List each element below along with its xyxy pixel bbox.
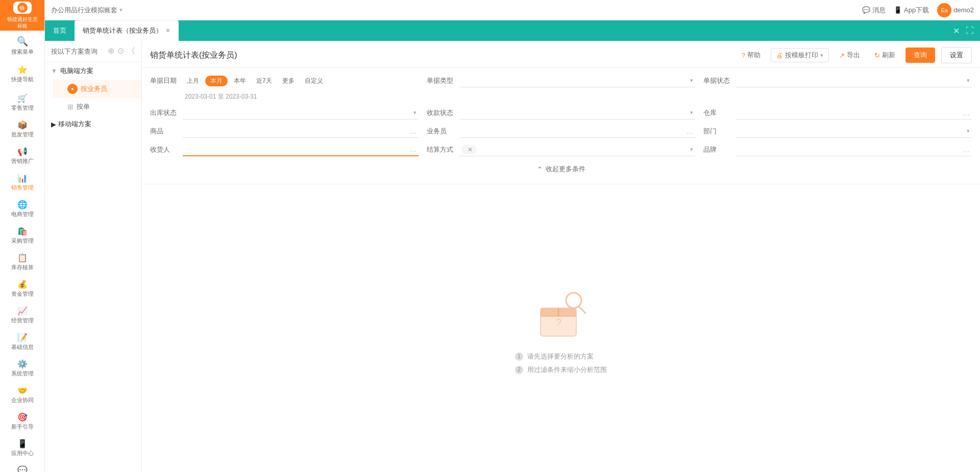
sidebar-item-purchase[interactable]: 🛍️ 采购管理 <box>0 222 44 249</box>
goods-dots-icon: … <box>409 127 416 135</box>
sidebar-item-inventory[interactable]: 📋 库存核算 <box>0 249 44 275</box>
user-avatar: Ea <box>937 3 951 17</box>
receiver-dots-icon: … <box>409 145 416 153</box>
sidebar-item-operations[interactable]: 📈 经营管理 <box>0 302 44 328</box>
date-last-7-days[interactable]: 近7天 <box>252 76 276 86</box>
sidebar-item-label: 营销推广 <box>11 157 34 165</box>
svg-text:?: ? <box>556 317 561 328</box>
message-label: 消息 <box>872 6 886 15</box>
company-dropdown[interactable]: 办公用品行业模拟账套 ▾ <box>51 6 122 15</box>
template-print-button[interactable]: 🖨 按模板打印 ▾ <box>771 48 829 62</box>
receipt-status-arrow-icon: ▾ <box>690 109 693 116</box>
doc-type-arrow-icon: ▾ <box>690 77 693 84</box>
sidebar-item-label: 资金管理 <box>11 290 34 298</box>
warehouse-input[interactable]: … <box>736 106 972 120</box>
export-icon: ↗ <box>839 52 845 59</box>
department-input[interactable]: ▾ <box>736 125 972 138</box>
receiver-input[interactable]: … <box>183 143 419 156</box>
sidebar-item-finance[interactable]: 💰 资金管理 <box>0 275 44 302</box>
date-last-month[interactable]: 上月 <box>183 76 203 86</box>
edit-scheme-button[interactable]: ⊙ <box>117 46 124 57</box>
help-button[interactable]: ? 帮助 <box>738 49 765 62</box>
refresh-button[interactable]: ↻ 刷新 <box>870 49 899 62</box>
sidebar-item-marketing[interactable]: 📢 营销推广 <box>0 143 44 169</box>
settings-button[interactable]: 设置 <box>941 47 972 63</box>
tip-text-2: 用过滤条件来缩小分析范围 <box>527 365 607 374</box>
purchase-icon: 🛍️ <box>17 226 28 236</box>
query-button[interactable]: 查询 <box>905 48 935 63</box>
settlement-filter-row: 结算方式 ✕ ▾ <box>427 143 695 156</box>
tab-sales-stat[interactable]: 销货单统计表（按业务员） ✕ <box>75 20 179 41</box>
maximize-window-button[interactable]: ⛶ <box>964 24 976 37</box>
settlement-arrow-icon[interactable]: ▾ <box>690 146 693 153</box>
collapse-filter-button[interactable]: ⌃ 收起更多条件 <box>150 160 972 178</box>
add-scheme-button[interactable]: ⊕ <box>108 46 114 57</box>
sidebar-item-search[interactable]: 🔍 搜索菜单 <box>0 31 44 61</box>
page-title: 销货单统计表(按业务员) <box>150 50 237 61</box>
out-status-input[interactable]: ▾ <box>183 106 419 120</box>
goods-input[interactable]: … <box>183 125 419 138</box>
mobile-schemes-group: ▶ 移动端方案 <box>45 115 141 133</box>
svg-point-6 <box>566 293 581 308</box>
close-window-button[interactable]: ✕ <box>951 24 962 38</box>
collapse-label: 收起更多条件 <box>546 164 585 174</box>
download-icon: 📱 <box>894 6 902 14</box>
sidebar-item-system[interactable]: ⚙️ 系统管理 <box>0 355 44 382</box>
doc-status-input[interactable]: ▾ <box>736 74 972 87</box>
out-status-arrow-icon: ▾ <box>413 109 416 116</box>
sidebar-item-label: 经营管理 <box>11 317 34 324</box>
collapse-panel-button[interactable]: 《 <box>127 46 135 57</box>
left-panel-header: 按以下方案查询 ⊕ ⊙ 《 <box>45 41 141 62</box>
date-this-year[interactable]: 本年 <box>230 76 250 86</box>
sidebar-item-basic[interactable]: 📝 基础信息 <box>0 328 44 355</box>
date-this-month[interactable]: 本月 <box>205 76 228 86</box>
dropdown-arrow-icon: ▾ <box>119 7 122 13</box>
sidebar-item-shortcut[interactable]: ⭐ 快捷导航 <box>0 61 44 87</box>
receipt-status-input[interactable]: ▾ <box>459 106 695 120</box>
svg-line-7 <box>579 306 585 313</box>
scheme-salesperson[interactable]: ● 按业务员 <box>53 80 141 98</box>
right-panel: 销货单统计表(按业务员) ? 帮助 🖨 按模板打印 ▾ ↗ 导出 <box>142 41 980 472</box>
brand-label: 品牌 <box>703 145 732 154</box>
message-icon: 💬 <box>862 6 870 14</box>
sidebar-item-label: 快捷导航 <box>11 76 34 83</box>
date-more[interactable]: 更多 <box>278 76 299 86</box>
export-button[interactable]: ↗ 导出 <box>835 49 864 62</box>
department-filter-row: 部门 ▾ <box>703 125 972 138</box>
operations-icon: 📈 <box>17 306 28 316</box>
doc-type-input[interactable]: ▾ <box>459 74 695 87</box>
brand-dots-icon: … <box>963 146 970 154</box>
inventory-icon: 📋 <box>17 253 28 263</box>
sidebar-item-retail[interactable]: 🛒 零售管理 <box>0 89 44 116</box>
app-download-button[interactable]: 📱 App下载 <box>894 6 929 15</box>
sidebar-item-ecommerce[interactable]: 🌐 电商管理 <box>0 196 44 222</box>
sidebar-item-enterprise[interactable]: 🤝 企业协同 <box>0 382 44 408</box>
sidebar-item-newbie[interactable]: 🎯 新手引导 <box>0 408 44 435</box>
department-label: 部门 <box>703 127 732 136</box>
sidebar-item-label: 企业协同 <box>11 396 34 404</box>
sidebar-item-sales[interactable]: 📊 销售管理 <box>0 169 44 196</box>
desktop-group-item[interactable]: ▼ 电脑端方案 <box>45 62 141 80</box>
scheme-by-order[interactable]: ⊞ 按单 <box>53 98 141 115</box>
mobile-group-item[interactable]: ▶ 移动端方案 <box>45 115 141 133</box>
message-button[interactable]: 💬 消息 <box>862 6 886 15</box>
sidebar-item-wechat[interactable]: 💬 企业微信 <box>0 461 44 472</box>
scheme-actions: ⊕ ⊙ 《 <box>108 46 135 57</box>
salesperson-input[interactable]: … <box>459 125 695 138</box>
sidebar-item-wholesale[interactable]: 📦 批发管理 <box>0 116 44 143</box>
salesperson-dots-icon: … <box>686 127 693 135</box>
sidebar-item-apps[interactable]: 📱 应用中心 <box>0 435 44 461</box>
brand-input[interactable]: … <box>736 143 972 156</box>
app-subtitle: 标账 <box>17 22 28 30</box>
content-area: 按以下方案查询 ⊕ ⊙ 《 ▼ 电脑端方案 ● <box>45 41 980 472</box>
empty-tip-2: 2 用过滤条件来缩小分析范围 <box>515 365 607 374</box>
tab-home[interactable]: 首页 <box>45 26 75 35</box>
app-download-label: App下载 <box>904 6 929 15</box>
sidebar-item-label: 批发管理 <box>11 131 34 138</box>
settlement-tag-close[interactable]: ✕ <box>468 146 473 153</box>
doc-type-label: 单据类型 <box>427 76 455 85</box>
date-custom[interactable]: 自定义 <box>301 76 327 86</box>
user-menu[interactable]: Ea demo2 <box>937 3 974 17</box>
tab-close-icon[interactable]: ✕ <box>165 27 170 34</box>
doc-status-arrow-icon: ▾ <box>967 77 970 84</box>
